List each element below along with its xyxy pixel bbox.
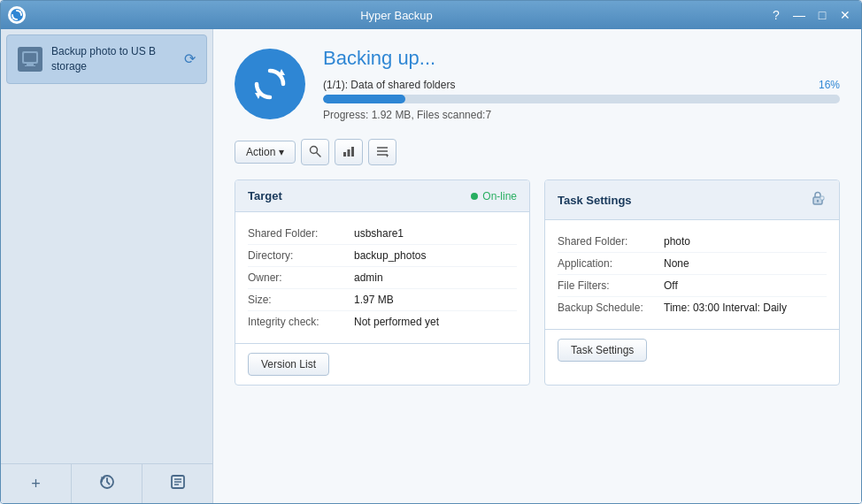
main-area: Backup photo to US B storage ⟳ + bbox=[1, 29, 861, 503]
label-directory: Directory: bbox=[248, 249, 354, 262]
target-panel-footer: Version List bbox=[235, 343, 529, 385]
progress-percent: 16% bbox=[819, 79, 840, 91]
online-label: On-line bbox=[482, 190, 517, 202]
action-dropdown-icon: ▾ bbox=[279, 146, 284, 158]
log-icon bbox=[169, 473, 187, 495]
info-panels: Target On-line Shared Folder: usbshare1 … bbox=[235, 179, 840, 386]
backup-status-icon bbox=[235, 49, 305, 119]
action-label: Action bbox=[246, 146, 275, 158]
maximize-button[interactable]: □ bbox=[813, 6, 831, 24]
search-button[interactable] bbox=[301, 139, 329, 165]
history-button[interactable] bbox=[72, 464, 142, 503]
target-panel: Target On-line Shared Folder: usbshare1 … bbox=[235, 179, 530, 386]
close-button[interactable]: ✕ bbox=[836, 6, 854, 24]
window-controls: ? — □ ✕ bbox=[767, 6, 854, 24]
svg-text:✓: ✓ bbox=[821, 197, 825, 202]
app-window: Hyper Backup ? — □ ✕ Backup photo to U bbox=[0, 0, 862, 504]
table-row: Owner: admin bbox=[248, 267, 517, 289]
table-row: Backup Schedule: Time: 03:00 Interval: D… bbox=[558, 297, 827, 318]
label-backup-schedule: Backup Schedule: bbox=[558, 302, 664, 314]
svg-rect-5 bbox=[27, 64, 34, 65]
label-shared-folder: Shared Folder: bbox=[248, 227, 354, 240]
backup-header: Backing up... (1/1): Data of shared fold… bbox=[235, 47, 840, 121]
menu-button[interactable] bbox=[368, 139, 396, 165]
sidebar-bottom-bar: + bbox=[1, 463, 212, 503]
svg-marker-13 bbox=[279, 69, 285, 75]
label-ts-shared-folder: Shared Folder: bbox=[558, 235, 664, 248]
value-backup-schedule: Time: 03:00 Interval: Daily bbox=[664, 302, 787, 314]
svg-line-16 bbox=[317, 152, 321, 157]
label-file-filters: File Filters: bbox=[558, 279, 664, 292]
value-file-filters: Off bbox=[664, 279, 678, 292]
table-row: Application: None bbox=[558, 253, 827, 275]
backup-item-icon bbox=[18, 47, 42, 72]
task-settings-button[interactable]: Task Settings bbox=[558, 339, 647, 362]
menu-icon bbox=[376, 145, 389, 160]
backup-status-info: Backing up... (1/1): Data of shared fold… bbox=[323, 47, 840, 121]
svg-rect-6 bbox=[25, 65, 35, 66]
sidebar: Backup photo to US B storage ⟳ + bbox=[1, 29, 213, 503]
backing-up-title: Backing up... bbox=[323, 47, 840, 70]
history-icon bbox=[98, 473, 116, 495]
task-settings-panel-title: Task Settings bbox=[558, 194, 632, 207]
svg-rect-18 bbox=[348, 149, 350, 157]
target-panel-header: Target On-line bbox=[235, 180, 529, 212]
progress-bar-background bbox=[323, 95, 840, 103]
lock-icon: ✓ bbox=[809, 189, 827, 210]
chart-button[interactable] bbox=[335, 139, 363, 165]
label-size: Size: bbox=[248, 294, 354, 306]
title-bar: Hyper Backup ? — □ ✕ bbox=[1, 1, 861, 29]
task-settings-panel: Task Settings ✓ bbox=[544, 179, 840, 386]
add-task-button[interactable]: + bbox=[1, 464, 72, 503]
plus-icon: + bbox=[31, 475, 41, 493]
content-area: Backing up... (1/1): Data of shared fold… bbox=[213, 29, 861, 503]
svg-rect-19 bbox=[351, 147, 354, 157]
task-settings-panel-body: Shared Folder: photo Application: None F… bbox=[545, 220, 839, 329]
svg-marker-14 bbox=[255, 93, 261, 99]
progress-label-row: (1/1): Data of shared folders 16% bbox=[323, 79, 840, 91]
value-ts-shared-folder: photo bbox=[664, 235, 690, 248]
table-row: File Filters: Off bbox=[558, 275, 827, 297]
value-application: None bbox=[664, 257, 689, 270]
label-integrity: Integrity check: bbox=[248, 316, 354, 328]
version-list-button[interactable]: Version List bbox=[248, 353, 329, 376]
table-row: Shared Folder: photo bbox=[558, 231, 827, 253]
table-row: Shared Folder: usbshare1 bbox=[248, 223, 517, 245]
app-icon bbox=[8, 6, 26, 24]
progress-bar-fill bbox=[323, 95, 405, 103]
chart-icon bbox=[342, 145, 355, 160]
action-button[interactable]: Action ▾ bbox=[235, 141, 296, 164]
label-owner: Owner: bbox=[248, 271, 354, 284]
value-owner: admin bbox=[354, 271, 383, 284]
svg-rect-4 bbox=[24, 53, 36, 62]
svg-marker-23 bbox=[386, 155, 389, 157]
action-toolbar: Action ▾ bbox=[235, 139, 840, 165]
log-button[interactable] bbox=[142, 464, 212, 503]
value-directory: backup_photos bbox=[354, 249, 426, 262]
table-row: Integrity check: Not performed yet bbox=[248, 311, 517, 332]
window-title: Hyper Backup bbox=[26, 9, 767, 22]
svg-rect-26 bbox=[817, 201, 818, 202]
refresh-icon[interactable]: ⟳ bbox=[184, 50, 196, 67]
value-shared-folder: usbshare1 bbox=[354, 227, 404, 240]
table-row: Directory: backup_photos bbox=[248, 245, 517, 267]
online-dot bbox=[471, 193, 478, 200]
task-settings-panel-header: Task Settings ✓ bbox=[545, 180, 839, 220]
value-size: 1.97 MB bbox=[354, 294, 394, 306]
target-panel-body: Shared Folder: usbshare1 Directory: back… bbox=[235, 212, 529, 343]
target-panel-title: Target bbox=[248, 189, 282, 202]
sidebar-item-label: Backup photo to US B storage bbox=[51, 44, 175, 74]
table-row: Size: 1.97 MB bbox=[248, 289, 517, 311]
sidebar-item-backup[interactable]: Backup photo to US B storage ⟳ bbox=[6, 34, 207, 84]
minimize-button[interactable]: — bbox=[790, 6, 808, 24]
search-icon bbox=[309, 145, 321, 160]
progress-label: (1/1): Data of shared folders bbox=[323, 79, 455, 91]
label-application: Application: bbox=[558, 257, 664, 270]
svg-rect-17 bbox=[343, 152, 346, 157]
help-button[interactable]: ? bbox=[767, 6, 785, 24]
task-settings-panel-footer: Task Settings bbox=[545, 329, 839, 370]
progress-detail: Progress: 1.92 MB, Files scanned:7 bbox=[323, 109, 840, 121]
value-integrity: Not performed yet bbox=[354, 316, 439, 328]
online-status-badge: On-line bbox=[471, 190, 517, 202]
